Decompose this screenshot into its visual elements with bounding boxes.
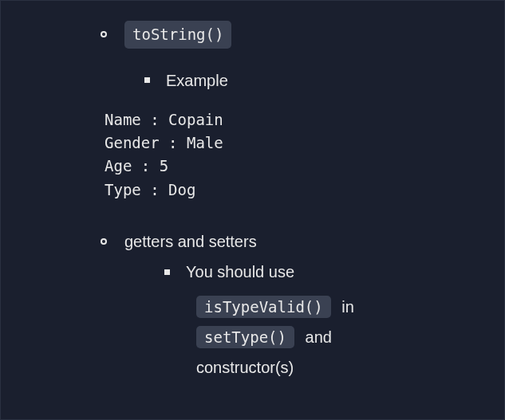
instruction-block: You should use isTypeValid() in setType(… <box>101 260 480 383</box>
bullet-square-icon <box>144 77 150 83</box>
word-and: and <box>306 328 332 346</box>
document-content: toString() Example Name : Copain Gender … <box>25 21 480 383</box>
instruction-line-2: setType() and <box>196 322 480 352</box>
code-settype: setType() <box>196 326 294 348</box>
bullet-square-icon <box>164 269 170 275</box>
bullet-circle-icon <box>101 31 107 37</box>
example-label: Example <box>166 69 228 92</box>
code-istypevalid: isTypeValid() <box>196 296 331 318</box>
code-block-output: Name : Copain Gender : Male Age : 5 Type… <box>105 108 480 202</box>
list-item-example: Example <box>144 69 480 92</box>
instruction-text: isTypeValid() in setType() and construct… <box>164 292 480 383</box>
instruction-line-3: constructor(s) <box>196 352 480 383</box>
word-in: in <box>341 298 354 316</box>
list-item-instruction: You should use <box>164 260 480 284</box>
list-item-tostring: toString() <box>101 21 480 49</box>
getters-setters-title: getters and setters <box>124 230 257 253</box>
list-item-getters-setters: getters and setters <box>101 230 480 253</box>
section-getters-setters: getters and setters You should use isTyp… <box>101 230 480 383</box>
sub-level-example: Example <box>101 69 480 92</box>
instruction-lead: You should use <box>186 260 294 284</box>
bullet-circle-icon <box>101 238 107 245</box>
code-tostring: toString() <box>124 21 231 49</box>
instruction-line-1: isTypeValid() in <box>196 292 480 322</box>
